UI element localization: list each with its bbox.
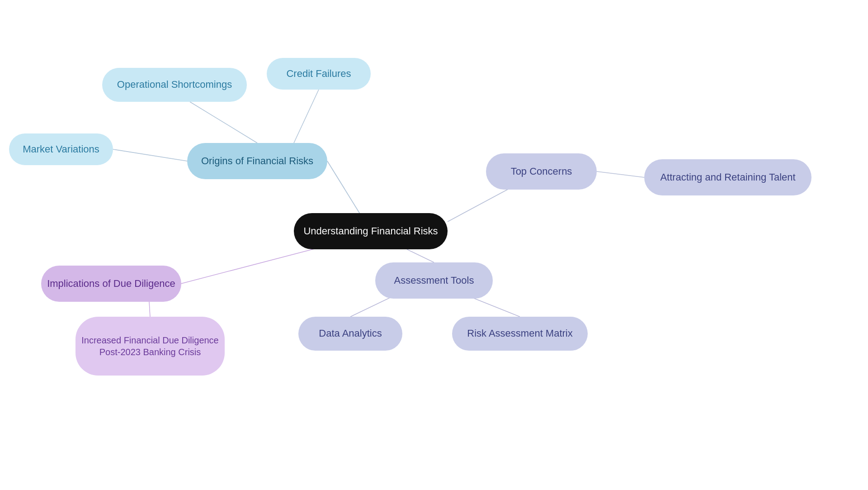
operational-node-label: Operational Shortcomings xyxy=(113,78,236,91)
svg-line-8 xyxy=(407,249,434,262)
risk-matrix-node-label: Risk Assessment Matrix xyxy=(463,327,576,340)
central-node[interactable]: Understanding Financial Risks xyxy=(294,213,448,249)
increased-node[interactable]: Increased Financial Due Diligence Post-2… xyxy=(75,317,225,376)
svg-line-2 xyxy=(294,90,319,143)
central-node-label: Understanding Financial Risks xyxy=(300,225,441,238)
market-node-label: Market Variations xyxy=(19,143,103,156)
due-diligence-node-label: Implications of Due Diligence xyxy=(43,277,179,290)
svg-line-1 xyxy=(190,102,257,143)
svg-line-6 xyxy=(181,245,330,284)
assessment-node[interactable]: Assessment Tools xyxy=(375,262,493,299)
top-concerns-node-label: Top Concerns xyxy=(507,165,576,178)
risk-matrix-node[interactable]: Risk Assessment Matrix xyxy=(452,317,588,351)
increased-node-label: Increased Financial Due Diligence Post-2… xyxy=(75,334,225,358)
talent-node-label: Attracting and Retaining Talent xyxy=(656,171,799,184)
assessment-node-label: Assessment Tools xyxy=(391,274,478,287)
talent-node[interactable]: Attracting and Retaining Talent xyxy=(644,159,811,195)
market-node[interactable]: Market Variations xyxy=(9,133,113,165)
svg-line-7 xyxy=(149,302,150,317)
top-concerns-node[interactable]: Top Concerns xyxy=(486,153,597,190)
origins-node[interactable]: Origins of Financial Risks xyxy=(187,143,327,179)
origins-node-label: Origins of Financial Risks xyxy=(198,155,317,168)
data-analytics-node-label: Data Analytics xyxy=(315,327,385,340)
credit-node-label: Credit Failures xyxy=(283,67,354,81)
svg-line-3 xyxy=(113,149,187,161)
due-diligence-node[interactable]: Implications of Due Diligence xyxy=(41,266,181,302)
operational-node[interactable]: Operational Shortcomings xyxy=(102,68,247,102)
credit-node[interactable]: Credit Failures xyxy=(267,58,371,90)
data-analytics-node[interactable]: Data Analytics xyxy=(298,317,402,351)
svg-line-5 xyxy=(597,171,644,177)
